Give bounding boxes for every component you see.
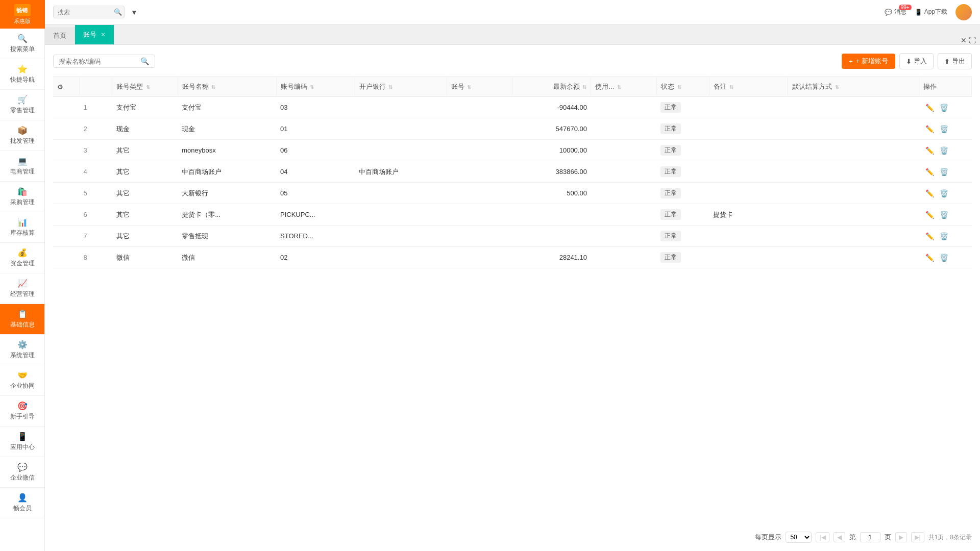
cell-bank xyxy=(355,204,447,226)
content-search-icon[interactable]: 🔍 xyxy=(140,57,149,65)
edit-button[interactable]: ✏️ xyxy=(923,232,936,240)
import-button[interactable]: ⬇ 导入 xyxy=(899,53,934,69)
sidebar-item-new-guide[interactable]: 🎯 新手引导 xyxy=(0,396,44,427)
tab-home[interactable]: 首页 xyxy=(45,27,75,44)
top-bar-left: 🔍 ▼ xyxy=(53,6,138,18)
sidebar-item-label: 电商管理 xyxy=(10,167,35,176)
sidebar-item-label: 新手引导 xyxy=(10,412,35,421)
message-button[interactable]: 💬 消息 99+ xyxy=(885,8,906,16)
sort-status-icon[interactable]: ⇅ xyxy=(677,84,681,90)
edit-button[interactable]: ✏️ xyxy=(923,189,936,197)
cell-type: 其它 xyxy=(112,226,178,247)
th-balance[interactable]: 最新余额 ⇅ xyxy=(512,77,591,97)
sort-balance-icon[interactable]: ⇅ xyxy=(582,84,586,90)
delete-button[interactable]: 🗑️ xyxy=(938,146,950,155)
sidebar-item-system-mgmt[interactable]: ⚙️ 系统管理 xyxy=(0,335,44,365)
tab-window-close-button[interactable]: ✕ xyxy=(961,36,967,44)
sidebar-item-inventory[interactable]: 📊 库存核算 xyxy=(0,212,44,243)
delete-button[interactable]: 🗑️ xyxy=(938,168,950,176)
sidebar-item-wholesale-mgmt[interactable]: 📦 批发管理 xyxy=(0,120,44,151)
sidebar-item-basic-info[interactable]: 📋 基础信息 xyxy=(0,304,44,335)
delete-button[interactable]: 🗑️ xyxy=(938,125,950,133)
delete-button[interactable]: 🗑️ xyxy=(938,189,950,197)
sidebar-item-ecommerce-mgmt[interactable]: 💻 电商管理 xyxy=(0,151,44,182)
sidebar-item-finance-mgmt[interactable]: 💰 资金管理 xyxy=(0,243,44,273)
sidebar-item-app-center[interactable]: 📱 应用中心 xyxy=(0,427,44,457)
edit-button[interactable]: ✏️ xyxy=(923,254,936,262)
th-remark-label: 备注 xyxy=(714,83,727,90)
edit-button[interactable]: ✏️ xyxy=(923,125,936,133)
page-prev-button[interactable]: ◀ xyxy=(834,532,845,542)
sidebar-item-enterprise-wechat[interactable]: 💬 企业微信 xyxy=(0,457,44,488)
user-avatar[interactable] xyxy=(955,4,972,20)
page-first-button[interactable]: |◀ xyxy=(816,532,829,542)
sort-remark-icon[interactable]: ⇅ xyxy=(729,84,733,90)
status-badge: 正常 xyxy=(660,123,681,134)
sidebar-item-quick-nav[interactable]: ⭐ 快捷导航 xyxy=(0,59,44,90)
sidebar-item-member[interactable]: 👤 畅会员 xyxy=(0,488,44,518)
purchase-icon: 🛍️ xyxy=(17,187,28,196)
sidebar-item-retail-mgmt[interactable]: 🛒 零售管理 xyxy=(0,90,44,120)
page-last-button[interactable]: ▶| xyxy=(911,532,924,542)
edit-button[interactable]: ✏️ xyxy=(923,146,936,155)
tab-window-maximize-button[interactable]: ⛶ xyxy=(969,36,976,44)
edit-button[interactable]: ✏️ xyxy=(923,168,936,176)
export-button[interactable]: ⬆ 导出 xyxy=(938,53,972,69)
page-size-label: 每页显示 xyxy=(755,533,781,542)
cell-name: 支付宝 xyxy=(178,97,276,118)
page-size-select[interactable]: 50 100 200 xyxy=(786,532,812,543)
th-type[interactable]: 账号类型 ⇅ xyxy=(112,77,178,97)
th-settle[interactable]: 默认结算方式 ⇅ xyxy=(788,77,919,97)
th-account[interactable]: 账号 ⇅ xyxy=(447,77,512,97)
th-name[interactable]: 账号名称 ⇅ xyxy=(178,77,276,97)
edit-button[interactable]: ✏️ xyxy=(923,104,936,112)
cell-ops: ✏️ 🗑️ xyxy=(919,97,972,118)
sort-usage-icon[interactable]: ⇅ xyxy=(617,84,621,90)
top-search-input[interactable] xyxy=(58,9,114,16)
delete-button[interactable]: 🗑️ xyxy=(938,254,950,262)
sidebar-item-purchase-mgmt[interactable]: 🛍️ 采购管理 xyxy=(0,182,44,212)
app-download-button[interactable]: 📱 App下载 xyxy=(915,8,947,16)
toolbar-right: + + 新增账号 ⬇ 导入 ⬆ 导出 xyxy=(842,53,972,69)
sort-name-icon[interactable]: ⇅ xyxy=(211,84,215,90)
th-status[interactable]: 状态 ⇅ xyxy=(656,77,709,97)
cell-code: PICKUPC... xyxy=(276,204,355,226)
table-row: 6 其它 提货卡（零... PICKUPC... 正常 提货卡 ✏️ 🗑️ xyxy=(53,204,972,226)
content-search-input[interactable] xyxy=(59,58,140,65)
status-badge: 正常 xyxy=(660,209,681,220)
delete-button[interactable]: 🗑️ xyxy=(938,104,950,112)
cell-balance: 383866.00 xyxy=(512,161,591,183)
cell-code: 06 xyxy=(276,140,355,161)
edit-button[interactable]: ✏️ xyxy=(923,211,936,219)
page-next-button[interactable]: ▶ xyxy=(895,532,907,542)
th-gear[interactable]: ⚙ xyxy=(53,77,79,97)
th-usage[interactable]: 使用... ⇅ xyxy=(591,77,657,97)
sidebar-item-search-menu[interactable]: 🔍 搜索菜单 xyxy=(0,29,44,59)
sort-account-icon[interactable]: ⇅ xyxy=(467,84,471,90)
sort-code-icon[interactable]: ⇅ xyxy=(310,84,314,90)
finance-icon: 💰 xyxy=(17,248,28,258)
th-bank[interactable]: 开户银行 ⇅ xyxy=(355,77,447,97)
sidebar-item-business-mgmt[interactable]: 📈 经营管理 xyxy=(0,273,44,304)
content-search-box[interactable]: 🔍 xyxy=(53,55,155,68)
tab-account[interactable]: 账号 ✕ xyxy=(75,25,114,44)
sort-type-icon[interactable]: ⇅ xyxy=(146,84,150,90)
delete-button[interactable]: 🗑️ xyxy=(938,211,950,219)
add-account-button[interactable]: + + 新增账号 xyxy=(842,54,895,69)
cell-code: 02 xyxy=(276,247,355,268)
sort-bank-icon[interactable]: ⇅ xyxy=(388,84,393,90)
cell-remark xyxy=(709,140,788,161)
page-number-input[interactable] xyxy=(860,532,880,542)
th-code[interactable]: 账号编码 ⇅ xyxy=(276,77,355,97)
sort-settle-icon[interactable]: ⇅ xyxy=(835,84,839,90)
cell-gear xyxy=(53,247,79,268)
sidebar-item-enterprise-agreement[interactable]: 🤝 企业协同 xyxy=(0,365,44,396)
th-remark[interactable]: 备注 ⇅ xyxy=(709,77,788,97)
tab-close-icon[interactable]: ✕ xyxy=(101,31,106,38)
delete-button[interactable]: 🗑️ xyxy=(938,232,950,240)
cell-account xyxy=(447,97,512,118)
cell-gear xyxy=(53,97,79,118)
top-search-box[interactable]: 🔍 xyxy=(53,6,125,18)
table-row: 4 其它 中百商场账户 04 中百商场账户 383866.00 正常 ✏️ 🗑️ xyxy=(53,161,972,183)
top-dropdown-button[interactable]: ▼ xyxy=(131,8,138,16)
